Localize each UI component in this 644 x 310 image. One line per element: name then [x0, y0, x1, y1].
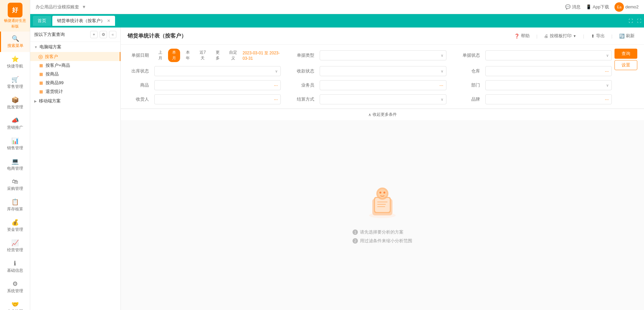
help-icon: ❓ — [514, 34, 520, 39]
date-btn-last-month[interactable]: 上月 — [154, 49, 166, 62]
mobile-group[interactable]: ▶ 移动端方案 — [30, 96, 120, 106]
app-download-button[interactable]: 📱 App下载 — [586, 4, 609, 10]
sidebar-item-quicknav[interactable]: ⭐ 快捷导航 — [0, 52, 30, 72]
tree-item-label: 退货统计 — [46, 89, 63, 95]
doc-type-dropdown[interactable]: ∨ — [320, 50, 446, 60]
settings-scheme-button[interactable]: ⚙ — [100, 31, 107, 38]
tree-item-by-customer[interactable]: ◎ 按客户 — [30, 52, 120, 61]
tab-home[interactable]: 首页 — [33, 16, 51, 26]
brand-label: 品牌 — [459, 96, 480, 102]
tree-item-by-goods99[interactable]: ▦ 按商品99 — [30, 79, 120, 87]
tip-text-1: 请先选择要分析的方案 — [360, 229, 404, 235]
sidebar-item-ecommerce[interactable]: 💻 电商管理 — [0, 154, 30, 175]
export-button[interactable]: ⬆ 导出 — [588, 32, 607, 40]
report-icon-4: ▦ — [38, 89, 44, 94]
out-status-dropdown[interactable]: ∨ — [154, 66, 281, 76]
sidebar-item-inventory[interactable]: 📋 库存核算 — [0, 195, 30, 215]
sidebar-item-marketing[interactable]: 📣 营销推广 — [0, 113, 30, 134]
tree-item-by-goods[interactable]: ▦ 按商品 — [30, 70, 120, 79]
brand-dots[interactable]: ··· — [605, 97, 609, 102]
filter-row-4: 收货人 ··· 结算方式 ∨ — [127, 94, 612, 104]
user-avatar: Ea — [614, 2, 624, 12]
collapse-panel-button[interactable]: « — [109, 31, 116, 38]
sidebar-item-collab[interactable]: 🤝 企业协同 — [0, 297, 30, 310]
tab-expand-button[interactable]: ⛶ — [627, 17, 634, 25]
salesperson-box[interactable]: ··· — [320, 80, 446, 90]
collapse-label: 收起更多条件 — [373, 112, 397, 117]
settlement-dropdown[interactable]: ∨ — [320, 94, 446, 104]
tab-close-icon[interactable]: ✕ — [107, 18, 110, 23]
doc-type-arrow: ∨ — [441, 53, 443, 58]
recipient-box[interactable]: ··· — [154, 94, 281, 104]
help-button[interactable]: ❓ 帮助 — [512, 32, 532, 40]
doc-status-arrow: ∨ — [606, 53, 609, 58]
date-btn-this-month[interactable]: 本月 — [168, 49, 180, 62]
brand-box[interactable]: ··· — [485, 94, 612, 104]
message-icon: 💬 — [565, 4, 571, 9]
sidebar-item-basic[interactable]: ℹ 基础信息 — [0, 256, 30, 277]
sidebar-item-retail[interactable]: 🛒 零售管理 — [0, 72, 30, 93]
template-print-button[interactable]: 🖨 按模板打印 ▼ — [541, 32, 579, 40]
sidebar-item-search[interactable]: 🔍 搜索菜单 — [0, 32, 30, 52]
refresh-button[interactable]: 🔄 刷新 — [616, 32, 637, 40]
user-menu[interactable]: Ea demo2 — [614, 2, 639, 12]
sidebar-item-system-label: 系统管理 — [7, 288, 23, 294]
doc-status-dropdown[interactable]: ∨ — [485, 50, 612, 60]
desktop-group[interactable]: ▼ 电脑端方案 — [30, 42, 120, 52]
brand-input: ··· — [485, 94, 612, 104]
context-label: 办公用品行业模拟账套 — [36, 4, 79, 10]
management-icon: 📈 — [11, 239, 19, 247]
date-range-text: 2023-03-01 至 2023-03-31 — [243, 50, 281, 61]
recipient-dots[interactable]: ··· — [274, 97, 278, 102]
date-btn-7days[interactable]: 近7天 — [196, 49, 210, 62]
sidebar-item-purchase-label: 采购管理 — [7, 186, 23, 192]
sidebar-item-sales[interactable]: 📊 销售管理 — [0, 134, 30, 154]
tab-report[interactable]: 销货单统计表（按客户） ✕ — [52, 16, 115, 26]
settings-button[interactable]: 设置 — [614, 60, 637, 70]
department-select: ∨ — [485, 80, 612, 90]
receipt-status-dropdown[interactable]: ∨ — [320, 66, 446, 76]
department-dropdown[interactable]: ∨ — [485, 80, 612, 90]
date-btn-more[interactable]: 更多 — [212, 49, 223, 62]
right-panel: 销货单统计表（按客户） ❓ 帮助 | 🖨 按模板打印 ▼ | ⬆ — [121, 28, 644, 310]
page-title: 销货单统计表（按客户） — [127, 33, 186, 40]
sidebar-item-purchase[interactable]: 🛍 采购管理 — [0, 175, 30, 195]
tab-maximize-button[interactable]: ⛶ — [637, 18, 641, 23]
header-right: 💬 消息 📱 App下载 Ea demo2 — [565, 2, 639, 12]
doc-type-label: 单据类型 — [293, 52, 314, 58]
message-label: 消息 — [572, 4, 581, 10]
sidebar-item-wholesale[interactable]: 📦 批发管理 — [0, 93, 30, 113]
collapse-icon: « — [112, 32, 114, 37]
message-button[interactable]: 💬 消息 — [565, 4, 581, 10]
salesperson-dots[interactable]: ··· — [439, 83, 443, 88]
tree-item-return-stats[interactable]: ▦ 退货统计 — [30, 87, 120, 96]
collapse-more-button[interactable]: ∧ 收起更多条件 — [121, 109, 644, 120]
goods-box[interactable]: ··· — [154, 80, 281, 90]
add-scheme-button[interactable]: + — [90, 31, 98, 38]
mobile-group-arrow: ▶ — [34, 99, 37, 103]
tree-item-by-customer-goods[interactable]: ▦ 按客户+商品 — [30, 61, 120, 70]
date-btn-custom[interactable]: 自定义 — [225, 49, 240, 62]
sidebar-item-system[interactable]: ⚙ 系统管理 — [0, 277, 30, 297]
goods-dots[interactable]: ··· — [274, 83, 278, 88]
sidebar: 好 畅捷通好生意 标版 🔍 搜索菜单 ⭐ 快捷导航 🛒 零售管理 📦 批发管理 … — [0, 0, 30, 310]
warehouse-dots[interactable]: ··· — [605, 68, 609, 74]
page-actions: ❓ 帮助 | 🖨 按模板打印 ▼ | ⬆ 导出 | — [512, 32, 637, 40]
purchase-icon: 🛍 — [12, 178, 18, 185]
help-label: 帮助 — [521, 33, 530, 39]
tip-num-1: 1 — [353, 229, 358, 235]
warehouse-box[interactable]: ··· — [485, 66, 612, 76]
goods-input: ··· — [154, 80, 281, 90]
warehouse-input: ··· — [485, 66, 612, 76]
sidebar-item-management[interactable]: 📈 经营管理 — [0, 236, 30, 256]
tip-num-2: 2 — [353, 238, 358, 244]
sidebar-item-finance[interactable]: 💰 资金管理 — [0, 215, 30, 236]
date-btn-this-year[interactable]: 本年 — [182, 49, 194, 62]
divider-1: | — [536, 34, 537, 39]
context-dropdown-icon[interactable]: ▼ — [82, 4, 86, 9]
sidebar-item-search-label: 搜索菜单 — [7, 43, 23, 49]
salesperson-label: 业务员 — [293, 82, 314, 88]
query-button[interactable]: 查询 — [614, 49, 637, 59]
report-icon-2: ▦ — [38, 71, 44, 77]
page-header: 销货单统计表（按客户） ❓ 帮助 | 🖨 按模板打印 ▼ | ⬆ — [121, 28, 644, 45]
